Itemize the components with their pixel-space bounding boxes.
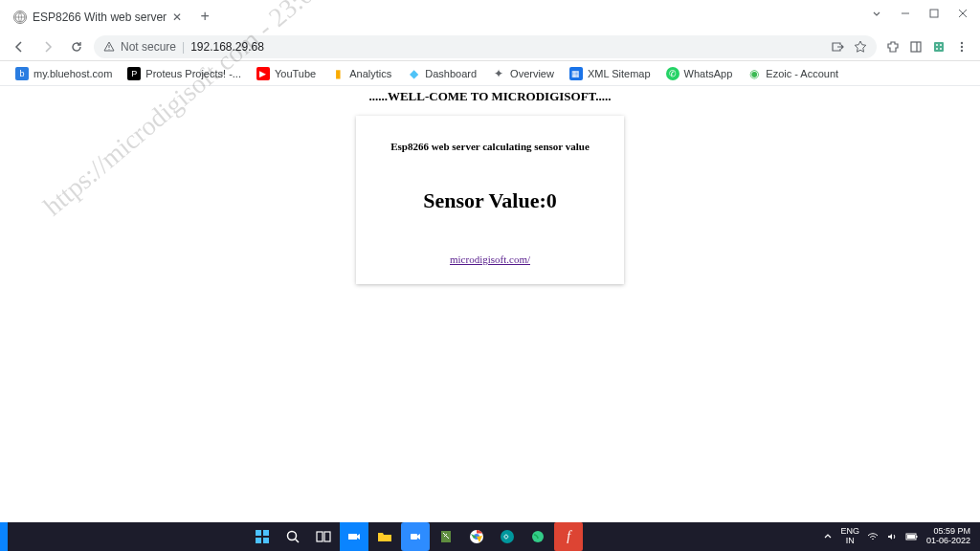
- bookmark-youtube[interactable]: ▶ YouTube: [251, 63, 322, 84]
- bookmark-label: YouTube: [275, 68, 316, 79]
- language-indicator[interactable]: ENG IN: [840, 527, 859, 546]
- svg-point-28: [501, 530, 514, 543]
- svg-point-10: [936, 48, 938, 50]
- youtube-icon: ▶: [256, 67, 270, 80]
- bookmark-bluehost[interactable]: b my.bluehost.com: [10, 63, 118, 84]
- svg-rect-16: [263, 530, 269, 536]
- window-controls: [863, 0, 980, 27]
- wifi-icon[interactable]: [867, 531, 879, 542]
- clock[interactable]: 05:59 PM 01-06-2022: [926, 527, 970, 546]
- bookmark-ezoic[interactable]: ◉ Ezoic - Account: [742, 63, 844, 84]
- svg-rect-15: [256, 530, 261, 536]
- svg-point-9: [940, 44, 942, 46]
- app-arduino-icon[interactable]: [493, 522, 522, 551]
- star-icon[interactable]: [854, 40, 867, 54]
- svg-rect-7: [934, 42, 944, 52]
- svg-point-4: [109, 49, 110, 50]
- svg-point-14: [961, 49, 963, 51]
- analytics-icon: ▮: [331, 67, 345, 80]
- dashboard-icon: ◆: [407, 67, 420, 80]
- bookmark-label: Proteus Projects! -...: [145, 68, 241, 79]
- app-explorer-icon[interactable]: [370, 522, 399, 551]
- bookmarks-bar: b my.bluehost.com P Proteus Projects! -.…: [0, 61, 980, 86]
- svg-rect-18: [263, 538, 269, 543]
- forward-button[interactable]: [36, 35, 59, 58]
- share-icon[interactable]: [831, 40, 844, 54]
- close-tab-icon[interactable]: ✕: [172, 11, 182, 24]
- whatsapp-icon: ✆: [666, 67, 679, 80]
- page-content: ......WELL-COME TO MICRODIGISOFT..... Es…: [0, 86, 980, 522]
- app-f-icon[interactable]: f: [554, 522, 583, 551]
- app-notepad-icon[interactable]: [432, 522, 460, 551]
- svg-rect-5: [911, 42, 921, 52]
- bookmark-proteus[interactable]: P Proteus Projects! -...: [122, 63, 247, 84]
- svg-rect-31: [916, 536, 918, 538]
- warning-icon: [103, 41, 115, 53]
- bookmark-label: Analytics: [349, 68, 391, 79]
- svg-rect-17: [256, 538, 261, 543]
- svg-point-8: [936, 44, 938, 46]
- browser-titlebar: ESP8266 With web server ✕ +: [0, 0, 980, 33]
- svg-rect-21: [317, 532, 323, 541]
- svg-point-11: [940, 48, 942, 50]
- minimize-button[interactable]: [892, 0, 919, 27]
- bookmark-label: XML Sitemap: [588, 68, 651, 79]
- navigation-bar: Not secure | 192.168.29.68: [0, 33, 980, 61]
- browser-tab[interactable]: ESP8266 With web server ✕: [4, 2, 191, 33]
- sensor-card: Esp8266 web server calculating sensor va…: [356, 116, 624, 284]
- taskbar: f ENG IN 05:59 PM 01-06-2022: [0, 522, 980, 551]
- tray-overflow-icon[interactable]: [823, 532, 833, 541]
- chevron-down-icon[interactable]: [863, 0, 890, 27]
- battery-icon[interactable]: [905, 532, 919, 541]
- maximize-button[interactable]: [921, 0, 947, 27]
- extension-badge-icon[interactable]: [932, 40, 946, 54]
- svg-rect-23: [348, 534, 357, 540]
- close-window-button[interactable]: [949, 0, 976, 27]
- svg-point-12: [961, 41, 963, 43]
- svg-rect-25: [441, 531, 451, 542]
- sensor-label: Sensor Value:: [423, 188, 546, 212]
- volume-icon[interactable]: [886, 531, 898, 542]
- search-icon[interactable]: [278, 522, 307, 551]
- url-text: 192.168.29.68: [190, 40, 264, 54]
- bookmark-label: WhatsApp: [684, 68, 733, 79]
- globe-icon: [13, 11, 27, 24]
- address-bar[interactable]: Not secure | 192.168.29.68: [94, 35, 877, 58]
- tab-title: ESP8266 With web server: [33, 11, 167, 24]
- menu-icon[interactable]: [955, 40, 969, 54]
- app-chrome-icon[interactable]: [462, 522, 491, 551]
- reload-button[interactable]: [65, 35, 88, 58]
- site-link[interactable]: microdigisoft.com/: [450, 253, 530, 265]
- app-camera-icon[interactable]: [340, 522, 368, 551]
- bookmark-whatsapp[interactable]: ✆ WhatsApp: [660, 63, 739, 84]
- taskbar-accent: [0, 522, 8, 551]
- panel-icon[interactable]: [909, 40, 923, 54]
- bookmark-overview[interactable]: ✦ Overview: [486, 63, 560, 84]
- taskbar-apps: f: [8, 522, 823, 551]
- bookmark-label: Ezoic - Account: [766, 68, 838, 79]
- taskview-icon[interactable]: [309, 522, 338, 551]
- app-globe-icon[interactable]: [523, 522, 552, 551]
- svg-point-19: [288, 532, 297, 540]
- extensions-icon[interactable]: [886, 40, 900, 54]
- bookmark-icon: b: [15, 67, 29, 80]
- security-label: Not secure: [121, 40, 176, 54]
- separator: |: [182, 40, 185, 54]
- overview-icon: ✦: [492, 67, 505, 80]
- app-zoom-icon[interactable]: [401, 522, 430, 551]
- bookmark-label: Dashboard: [425, 68, 477, 79]
- bookmark-label: Overview: [510, 68, 554, 79]
- svg-rect-22: [324, 532, 330, 541]
- back-button[interactable]: [8, 35, 31, 58]
- ezoic-icon: ◉: [747, 67, 761, 80]
- start-button[interactable]: [248, 522, 277, 551]
- svg-point-13: [961, 45, 963, 47]
- bookmark-dashboard[interactable]: ◆ Dashboard: [401, 63, 482, 84]
- taskbar-tray: ENG IN 05:59 PM 01-06-2022: [823, 527, 980, 546]
- card-subtitle: Esp8266 web server calculating sensor va…: [369, 141, 611, 152]
- bookmark-analytics[interactable]: ▮ Analytics: [325, 63, 397, 84]
- bookmark-xml[interactable]: ▦ XML Sitemap: [564, 63, 657, 84]
- bookmark-icon: P: [127, 67, 141, 80]
- new-tab-button[interactable]: +: [191, 3, 218, 30]
- svg-line-20: [296, 540, 300, 543]
